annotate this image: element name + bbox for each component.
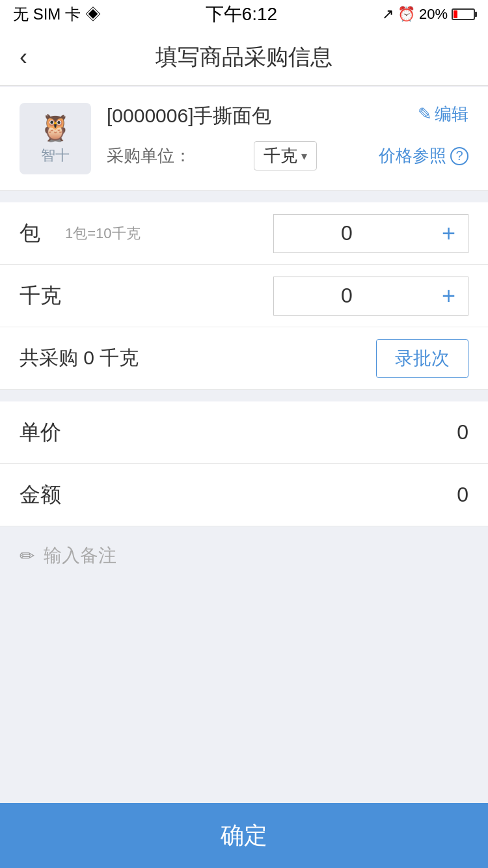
unit-select[interactable]: 千克 ▾ bbox=[254, 141, 317, 170]
battery-pct: 20% bbox=[419, 6, 448, 23]
section-divider-1 bbox=[0, 191, 488, 202]
pencil-icon: ✏ bbox=[20, 545, 34, 567]
status-bar: 无 SIM 卡 ◈ 下午6:12 ↗ ⏰ 20% bbox=[0, 0, 488, 29]
record-batch-button[interactable]: 录批次 bbox=[376, 339, 468, 378]
confirm-button[interactable]: 确定 bbox=[0, 803, 488, 868]
bao-plus-button[interactable]: + bbox=[429, 214, 468, 253]
edit-icon: ✎ bbox=[418, 104, 432, 124]
status-time: 下午6:12 bbox=[206, 2, 278, 27]
product-unit-row: 采购单位： 千克 ▾ 价格参照 ? bbox=[107, 141, 468, 170]
back-button[interactable]: ‹ bbox=[20, 44, 27, 71]
unit-price-row: 单价 0 bbox=[0, 401, 488, 464]
page-title: 填写商品采购信息 bbox=[156, 42, 332, 72]
status-carrier: 无 SIM 卡 ◈ bbox=[13, 4, 101, 25]
bao-quantity-input[interactable] bbox=[273, 214, 429, 253]
bao-label: 包 bbox=[20, 219, 59, 248]
bao-input-row: 包 1包=10千克 + bbox=[0, 202, 488, 265]
total-label: 共采购 0 千克 bbox=[20, 345, 139, 372]
confirm-label: 确定 bbox=[221, 820, 267, 852]
product-image-icon: 🦉 bbox=[39, 113, 72, 143]
info-section: 单价 0 金额 0 bbox=[0, 401, 488, 526]
product-card: 🦉 智十 [0000006]手撕面包 ✎ 编辑 采购单位： 千克 ▾ 价格参照 … bbox=[0, 87, 488, 191]
nav-bar: ‹ 填写商品采购信息 bbox=[0, 29, 488, 86]
price-ref-label: 价格参照 bbox=[379, 144, 446, 167]
chevron-down-icon: ▾ bbox=[301, 149, 307, 163]
input-section: 包 1包=10千克 + 千克 + bbox=[0, 202, 488, 327]
status-right: ↗ ⏰ 20% bbox=[382, 6, 475, 23]
amount-row: 金额 0 bbox=[0, 464, 488, 526]
kg-label: 千克 bbox=[20, 282, 61, 310]
unit-price-label: 单价 bbox=[20, 418, 61, 447]
alarm-icon: ⏰ bbox=[398, 6, 415, 23]
unit-price-value: 0 bbox=[457, 420, 468, 444]
location-icon: ↗ bbox=[382, 6, 394, 23]
product-info: [0000006]手撕面包 ✎ 编辑 采购单位： 千克 ▾ 价格参照 ? bbox=[107, 103, 468, 170]
amount-label: 金额 bbox=[20, 481, 61, 509]
section-divider-2 bbox=[0, 390, 488, 401]
remark-section[interactable]: ✏ 输入备注 bbox=[0, 526, 488, 585]
kg-input-row: 千克 + bbox=[0, 265, 488, 327]
edit-button[interactable]: ✎ 编辑 bbox=[418, 103, 468, 126]
price-ref-button[interactable]: 价格参照 ? bbox=[379, 144, 468, 167]
product-header: [0000006]手撕面包 ✎ 编辑 bbox=[107, 103, 468, 129]
amount-value: 0 bbox=[457, 483, 468, 507]
battery-fill bbox=[454, 10, 457, 18]
content-spacer bbox=[0, 585, 488, 803]
kg-quantity-input[interactable] bbox=[273, 277, 429, 316]
bao-sublabel: 1包=10千克 bbox=[65, 224, 141, 243]
product-image: 🦉 智十 bbox=[20, 103, 91, 174]
product-name: [0000006]手撕面包 bbox=[107, 103, 271, 129]
product-image-label: 智十 bbox=[41, 146, 70, 165]
bao-input-right: + bbox=[273, 214, 468, 253]
battery-icon bbox=[452, 8, 475, 20]
kg-input-right: + bbox=[273, 277, 468, 316]
total-row: 共采购 0 千克 录批次 bbox=[0, 327, 488, 390]
unit-value: 千克 bbox=[264, 144, 297, 167]
remark-input[interactable]: 输入备注 bbox=[44, 543, 116, 568]
edit-label: 编辑 bbox=[435, 103, 468, 126]
kg-plus-button[interactable]: + bbox=[429, 277, 468, 316]
info-icon: ? bbox=[450, 147, 468, 165]
unit-label: 采购单位： bbox=[107, 144, 191, 167]
